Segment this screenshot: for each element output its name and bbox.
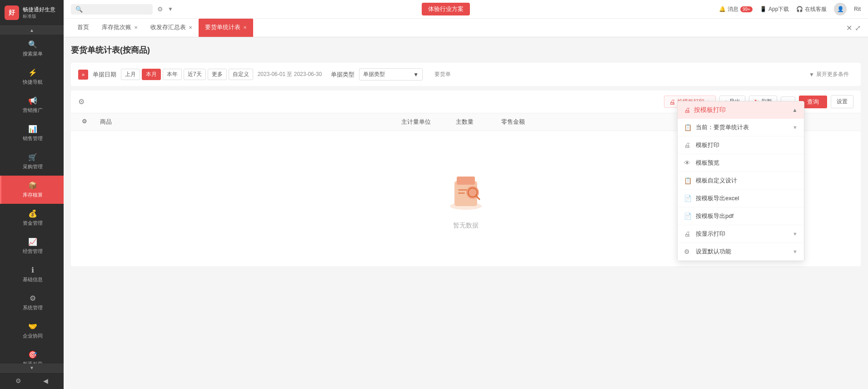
order-status-label: 要货单 <box>434 71 451 78</box>
empty-illustration <box>443 167 489 214</box>
search-icon: 🔍 <box>75 6 83 13</box>
date-btn-last-month[interactable]: 上月 <box>121 69 140 80</box>
th-retail-amount: 零售金额 <box>498 113 552 131</box>
expand-more-btn[interactable]: ▼ 展开更多条件 <box>804 69 853 80</box>
messages-btn[interactable]: 🔔 消息 99+ <box>719 5 753 13</box>
topbar-search-input[interactable] <box>85 6 140 12</box>
date-btn-this-year[interactable]: 本年 <box>163 69 182 80</box>
set-default-item[interactable]: ⚙ 设置默认功能 ▼ <box>678 243 804 261</box>
sidebar: 好 畅捷通好生意 标准版 ▲ 🔍 搜索菜单 ⚡ 快捷导航 📢 营销推广 📊 销售… <box>0 0 64 389</box>
type-select[interactable]: 单据类型 ▼ <box>359 68 423 81</box>
set-default-arrow-icon: ▼ <box>793 249 798 254</box>
template-preview-label: 模板预览 <box>696 159 719 167</box>
sidebar-item-collab[interactable]: 🤝 企业协同 <box>0 317 64 345</box>
display-print-label: 按显示打印 <box>696 230 725 238</box>
username-label: Rit <box>854 6 861 12</box>
filter-toggle-btn[interactable]: » <box>78 70 88 80</box>
template-design-icon: 📋 <box>684 177 691 184</box>
trial-btn[interactable]: 体验行业方案 <box>422 3 470 15</box>
marketing-icon: 📢 <box>28 96 37 105</box>
date-range-display: 2023-06-01 至 2023-06-30 <box>258 71 322 78</box>
export-excel-label: 按模板导出excel <box>696 194 739 202</box>
tab-maximize-btn[interactable]: ⤢ <box>855 24 861 32</box>
sidebar-item-label: 快捷导航 <box>23 79 43 86</box>
sidebar-item-label: 营销推广 <box>23 107 43 114</box>
tab-inventory-batch[interactable]: 库存批次账 ✕ <box>95 19 144 37</box>
sidebar-item-label: 经营管理 <box>23 248 43 255</box>
sidebar-item-basic[interactable]: ℹ 基础信息 <box>0 260 64 288</box>
expand-right-icon: ▼ <box>793 231 798 237</box>
template-preview-item[interactable]: 👁 模板预览 <box>678 154 804 172</box>
tab-close-receipt-summary[interactable]: ✕ <box>189 25 192 30</box>
current-template-item[interactable]: 📋 当前：要货单统计表 ▼ <box>678 119 804 136</box>
topbar-left: 🔍 ⚙ ▼ <box>71 4 173 15</box>
tabs-actions: ✕ ⤢ <box>846 24 861 32</box>
tab-close-order-stats[interactable]: ✕ <box>243 25 247 30</box>
gear-icon[interactable]: ⚙ <box>157 5 163 13</box>
sidebar-item-label: 采购管理 <box>23 163 43 170</box>
printer-dropdown-icon: 🖨 <box>684 106 690 114</box>
sidebar-nav: 🔍 搜索菜单 ⚡ 快捷导航 📢 营销推广 📊 销售管理 🛒 采购管理 📦 库存核… <box>0 35 64 364</box>
settings-col-icon[interactable]: ⚙ <box>82 118 87 125</box>
tab-close-all-btn[interactable]: ✕ <box>846 24 852 32</box>
sidebar-item-label: 系统管理 <box>23 304 43 311</box>
sidebar-logo: 好 畅捷通好生意 标准版 <box>0 0 64 26</box>
dropdown-header: 🖨 按模板打印 ▲ <box>678 101 804 119</box>
table-toolbar-left: ⚙ <box>78 97 85 106</box>
sidebar-item-finance[interactable]: 💰 资金管理 <box>0 204 64 232</box>
avatar[interactable]: 👤 <box>834 3 847 15</box>
export-pdf-item[interactable]: 📄 按模板导出pdf <box>678 207 804 225</box>
date-btn-this-month[interactable]: 本月 <box>142 69 161 80</box>
gear-settings-icon[interactable]: ⚙ <box>78 97 85 106</box>
display-print-item[interactable]: 🖨 按显示打印 ▼ <box>678 225 804 243</box>
svg-rect-7 <box>458 192 465 194</box>
dropdown-close-icon[interactable]: ▲ <box>792 107 798 113</box>
sidebar-item-purchase[interactable]: 🛒 采购管理 <box>0 147 64 176</box>
finance-icon: 💰 <box>28 209 37 218</box>
bell-icon: 🔔 <box>719 6 726 12</box>
template-print-item[interactable]: 🖨 模板打印 <box>678 136 804 154</box>
sidebar-item-sales[interactable]: 📊 销售管理 <box>0 119 64 147</box>
date-btn-more[interactable]: 更多 <box>208 69 227 80</box>
sidebar-item-marketing[interactable]: 📢 营销推广 <box>0 91 64 119</box>
sidebar-item-system[interactable]: ⚙ 系统管理 <box>0 288 64 317</box>
basic-icon: ℹ <box>31 266 34 274</box>
app-name: 畅捷通好生意 <box>23 6 55 14</box>
tab-order-stats[interactable]: 要货单统计表 ✕ <box>199 19 253 37</box>
date-btn-7days[interactable]: 近7天 <box>184 69 206 80</box>
settings-icon[interactable]: ⚙ <box>15 377 21 384</box>
topbar: 🔍 ⚙ ▼ 体验行业方案 🔔 消息 99+ 📱 App下载 🎧 在线客服 � <box>64 0 868 19</box>
sidebar-item-inventory[interactable]: 📦 库存核算 <box>0 176 64 204</box>
app-download-btn[interactable]: 📱 App下载 <box>760 5 789 13</box>
date-btn-custom[interactable]: 自定义 <box>229 69 253 80</box>
purchase-icon: 🛒 <box>28 153 37 162</box>
tab-close-inventory-batch[interactable]: ✕ <box>134 25 138 30</box>
online-service-btn[interactable]: 🎧 在线客服 <box>796 5 827 13</box>
sidebar-item-search[interactable]: 🔍 搜索菜单 <box>0 35 64 63</box>
dropdown-title: 按模板打印 <box>694 106 726 114</box>
topbar-search-box[interactable]: 🔍 <box>71 4 153 15</box>
page-title: 要货单统计表(按商品) <box>71 45 861 56</box>
sidebar-scroll-up[interactable]: ▲ <box>0 26 64 35</box>
guide-icon: 🎯 <box>28 350 37 359</box>
template-preview-icon: 👁 <box>684 159 691 167</box>
svg-rect-2 <box>457 177 475 185</box>
tab-home[interactable]: 首页 <box>71 19 95 37</box>
collapse-icon[interactable]: ◀ <box>43 377 48 384</box>
tab-receipt-summary[interactable]: 收发存汇总表 ✕ <box>144 19 199 37</box>
sidebar-item-label: 销售管理 <box>23 135 43 142</box>
export-pdf-icon: 📄 <box>684 212 691 220</box>
date-filter-label: 单据日期 <box>93 71 116 79</box>
print-dropdown-menu: 🖨 按模板打印 ▲ 📋 当前：要货单统计表 ▼ 🖨 模板打印 👁 模板预览 📋 <box>677 101 804 261</box>
dropdown-arrow[interactable]: ▼ <box>168 6 173 12</box>
settings-btn[interactable]: 设置 <box>831 95 853 108</box>
export-excel-item[interactable]: 📄 按模板导出excel <box>678 190 804 207</box>
sidebar-item-guide[interactable]: 🎯 新手引导 <box>0 345 64 364</box>
date-buttons: 上月 本月 本年 近7天 更多 自定义 <box>121 69 253 80</box>
sidebar-scroll-down[interactable]: ▼ <box>0 364 64 372</box>
template-design-item[interactable]: 📋 模板自定义设计 <box>678 172 804 190</box>
empty-text: 暂无数据 <box>453 222 479 230</box>
set-default-label: 设置默认功能 <box>696 248 731 256</box>
sidebar-item-quicknav[interactable]: ⚡ 快捷导航 <box>0 63 64 91</box>
sidebar-item-operations[interactable]: 📈 经营管理 <box>0 232 64 260</box>
